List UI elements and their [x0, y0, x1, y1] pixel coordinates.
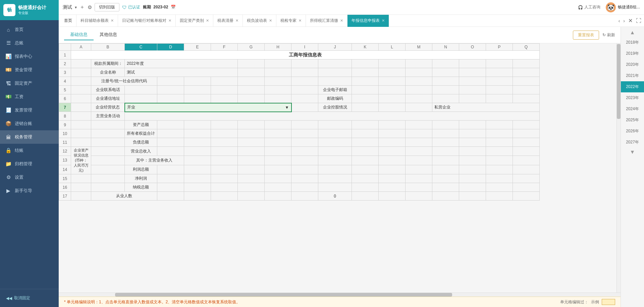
cell-3-O[interactable]	[459, 68, 486, 77]
cell-13-N[interactable]	[432, 156, 459, 165]
cell-6-H[interactable]	[265, 94, 291, 103]
cell-9-L[interactable]	[379, 121, 406, 129]
cell-5-F[interactable]	[211, 86, 238, 94]
cell-12-M[interactable]	[406, 147, 432, 156]
tab-close-annual[interactable]: ✕	[382, 18, 385, 23]
cell-10-J[interactable]	[318, 129, 352, 138]
cell-17-D[interactable]	[157, 192, 184, 201]
refresh-button[interactable]: ↻ 刷新	[602, 32, 615, 38]
tab-close-tax-wave[interactable]: ✕	[269, 18, 272, 23]
cell-13-H[interactable]	[265, 156, 291, 165]
cell-16-K[interactable]	[352, 183, 379, 192]
cell-2-I[interactable]	[291, 59, 318, 68]
cell-17-zero[interactable]: 0	[318, 192, 352, 201]
year-item-2018[interactable]: 2018年	[621, 37, 644, 48]
cell-10-N[interactable]	[432, 129, 459, 138]
cell-17-O[interactable]	[459, 192, 486, 201]
cell-12-Q[interactable]	[513, 147, 540, 156]
cell-15-B[interactable]	[91, 174, 125, 183]
year-item-2022[interactable]: 2022年	[621, 81, 644, 92]
cell-15-I[interactable]	[291, 174, 318, 183]
cell-5-D[interactable]	[157, 86, 184, 94]
cell-7-private[interactable]: 私营企业	[432, 103, 540, 112]
vertical-scrollbar[interactable]	[616, 43, 621, 293]
cell-13-B[interactable]	[91, 156, 125, 165]
tab-home[interactable]: 首页	[60, 15, 76, 27]
year-item-2023[interactable]: 2023年	[621, 92, 644, 103]
cell-16-P[interactable]	[486, 183, 513, 192]
cell-10-E[interactable]	[184, 129, 211, 138]
col-H[interactable]: H	[265, 44, 291, 51]
col-C[interactable]: C	[125, 44, 157, 51]
cell-12-P[interactable]	[486, 147, 513, 156]
cell-6-G[interactable]	[238, 94, 265, 103]
col-N[interactable]: N	[432, 44, 459, 51]
cell-7-K[interactable]	[352, 103, 379, 112]
cell-3-I[interactable]	[291, 68, 318, 77]
cell-12-J[interactable]	[318, 147, 352, 156]
cell-4-O[interactable]	[459, 77, 486, 86]
cell-12-I[interactable]	[291, 147, 318, 156]
cell-9-Q[interactable]	[513, 121, 540, 129]
cell-16-L[interactable]	[379, 183, 406, 192]
service-button[interactable]: 🎧 人工咨询	[578, 4, 600, 10]
cell-10-Q[interactable]	[513, 129, 540, 138]
cell-4-K[interactable]	[352, 77, 379, 86]
cell-14-I[interactable]	[291, 165, 318, 174]
tab-income-tax[interactable]: 所得税汇算清缴 ✕	[306, 15, 347, 27]
year-item-2027[interactable]: 2027年	[621, 137, 644, 148]
hscroll-thumb[interactable]	[115, 293, 452, 297]
year-nav-up-button[interactable]: ▲	[629, 28, 637, 37]
cell-4-D[interactable]	[157, 77, 184, 86]
cell-16-B[interactable]	[91, 183, 125, 192]
cell-11-P[interactable]	[486, 138, 513, 147]
cell-13-J[interactable]	[318, 156, 352, 165]
cell-14-H[interactable]	[265, 165, 291, 174]
spreadsheet-scroll[interactable]: A B C D E F G H I J K L	[59, 43, 616, 293]
cell-11-J[interactable]	[318, 138, 352, 147]
cell-14-O[interactable]	[459, 165, 486, 174]
cell-12-L[interactable]	[379, 147, 406, 156]
tab-journal-bank[interactable]: 日记账与银行对账单核对 ✕	[118, 15, 176, 27]
cell-16-J[interactable]	[318, 183, 352, 192]
cell-14-N[interactable]	[432, 165, 459, 174]
cell-3-G[interactable]	[238, 68, 265, 77]
cell-11-Q[interactable]	[513, 138, 540, 147]
cell-13-L[interactable]	[379, 156, 406, 165]
cell-16-I[interactable]	[291, 183, 318, 192]
cell-9-H[interactable]	[265, 121, 291, 129]
cell-5-K[interactable]	[352, 86, 379, 94]
cell-3-N[interactable]	[432, 68, 459, 77]
cell-9-G[interactable]	[238, 121, 265, 129]
topbar-settings-icon[interactable]: ⚙	[88, 4, 92, 10]
cell-4-J[interactable]	[318, 77, 352, 86]
cell-12-K[interactable]	[352, 147, 379, 156]
sidebar-item-tax[interactable]: 🏛 税务管理	[0, 130, 59, 144]
cell-11-L[interactable]	[379, 138, 406, 147]
cell-13-F[interactable]	[211, 156, 238, 165]
cell-14-B[interactable]	[91, 165, 125, 174]
cell-12-E[interactable]	[184, 147, 211, 156]
cell-9-P[interactable]	[486, 121, 513, 129]
cell-12-F[interactable]	[211, 147, 238, 156]
cell-2-J[interactable]	[318, 59, 352, 68]
tab-annual-report[interactable]: 年报信息申报表 ✕	[347, 15, 389, 27]
cell-12-N[interactable]	[432, 147, 459, 156]
old-version-button[interactable]: 切到旧版	[95, 3, 119, 11]
cell-15-E[interactable]	[184, 174, 211, 183]
cell-14-M[interactable]	[406, 165, 432, 174]
cell-16-G[interactable]	[238, 183, 265, 192]
cell-6-M[interactable]	[406, 94, 432, 103]
tab-prev-button[interactable]: ‹	[617, 17, 622, 24]
col-E[interactable]: E	[184, 44, 211, 51]
year-item-2026[interactable]: 2026年	[621, 126, 644, 137]
vscroll-thumb[interactable]	[617, 44, 621, 119]
cell-10-G[interactable]	[238, 129, 265, 138]
cell-16-D[interactable]	[157, 183, 184, 192]
cell-15-K[interactable]	[352, 174, 379, 183]
sidebar-item-fixed[interactable]: 🏗 固定资产	[0, 77, 59, 90]
cell-5-C[interactable]	[125, 86, 157, 94]
tab-tax-clear[interactable]: 税表清册 ✕	[213, 15, 243, 27]
cell-13-Q[interactable]	[513, 156, 540, 165]
sheet-tab-other[interactable]: 其他信息	[94, 30, 123, 40]
